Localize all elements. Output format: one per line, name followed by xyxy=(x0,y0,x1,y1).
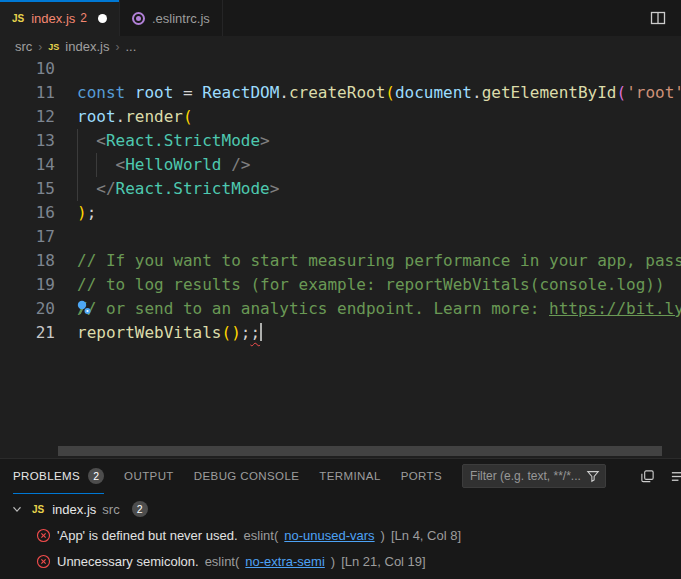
panel-tab-terminal[interactable]: TERMINAL xyxy=(319,460,380,492)
line-number[interactable]: 20 xyxy=(0,297,55,321)
panel-tab-problems[interactable]: PROBLEMS 2 xyxy=(13,458,104,494)
horizontal-scrollbar[interactable] xyxy=(58,446,662,456)
eslint-file-icon xyxy=(132,12,145,25)
panel-tab-ports[interactable]: PORTS xyxy=(401,460,442,492)
code-line[interactable]: 18// If you want to start measuring perf… xyxy=(0,249,681,273)
problem-row[interactable]: 'App' is defined but never used. eslint(… xyxy=(0,522,681,548)
code-text: <React.StrictMode> xyxy=(77,129,270,153)
code-token: root xyxy=(77,107,116,126)
line-number[interactable]: 15 xyxy=(0,177,55,201)
problem-source-close: ) xyxy=(381,528,385,543)
code-token: document xyxy=(395,83,472,102)
problem-row[interactable]: Unnecessary semicolon. eslint(no-extra-s… xyxy=(0,548,681,574)
chevron-down-icon[interactable] xyxy=(10,502,24,516)
code-editor[interactable]: 1011const root = ReactDOM.createRoot(doc… xyxy=(0,57,681,458)
code-text: reportWebVitals();; xyxy=(77,321,262,345)
code-token: 'root' xyxy=(626,83,681,102)
code-line[interactable]: 11const root = ReactDOM.createRoot(docum… xyxy=(0,81,681,105)
code-token: < xyxy=(96,131,106,150)
problems-count-badge: 2 xyxy=(88,468,104,484)
code-line[interactable]: 16); xyxy=(0,201,681,225)
code-token: React.StrictMode xyxy=(106,131,260,150)
code-token: getElementById xyxy=(482,83,617,102)
problem-source: eslint( xyxy=(205,554,240,569)
code-line[interactable]: 19// to log results (for example: report… xyxy=(0,273,681,297)
line-number[interactable]: 18 xyxy=(0,249,55,273)
line-number[interactable]: 14 xyxy=(0,153,55,177)
line-number[interactable]: 13 xyxy=(0,129,55,153)
copy-icon[interactable] xyxy=(636,465,658,487)
code-token: ; xyxy=(87,203,97,222)
problems-file-group[interactable]: JS index.js src 2 xyxy=(0,496,681,522)
code-token: ( xyxy=(616,83,626,102)
menu-lines-icon[interactable] xyxy=(666,465,681,487)
code-text: <HelloWorld /> xyxy=(77,153,250,177)
code-token: ReactDOM xyxy=(202,83,279,102)
code-line[interactable]: 12root.render( xyxy=(0,105,681,129)
tab-eslintrc-js[interactable]: .eslintrc.js xyxy=(120,0,223,36)
code-token: < xyxy=(116,155,126,174)
problem-location: [Ln 4, Col 8] xyxy=(391,528,461,543)
code-text: // If you want to start measuring perfor… xyxy=(77,249,681,273)
code-token: . xyxy=(472,83,482,102)
problem-location: [Ln 21, Col 19] xyxy=(341,554,426,569)
line-number[interactable]: 11 xyxy=(0,81,55,105)
split-editor-icon[interactable] xyxy=(647,7,669,29)
line-number[interactable]: 16 xyxy=(0,201,55,225)
problem-rule-link[interactable]: no-extra-semi xyxy=(245,554,324,569)
code-line[interactable]: 15 </React.StrictMode> xyxy=(0,177,681,201)
indent-guide xyxy=(96,153,97,177)
line-number[interactable]: 12 xyxy=(0,105,55,129)
problem-message: Unnecessary semicolon. xyxy=(57,554,199,569)
problem-source-close: ) xyxy=(331,554,335,569)
code-token: . xyxy=(116,107,126,126)
code-line[interactable]: 14 <HelloWorld /> xyxy=(0,153,681,177)
panel-tab-debug-console[interactable]: DEBUG CONSOLE xyxy=(194,460,300,492)
problems-list: JS index.js src 2 'App' is defined but n… xyxy=(0,493,681,574)
js-file-icon: JS xyxy=(12,13,24,24)
code-text: </React.StrictMode> xyxy=(77,177,279,201)
panel-tab-bar: PROBLEMS 2 OUTPUT DEBUG CONSOLE TERMINAL… xyxy=(0,459,681,493)
code-line[interactable]: 17 xyxy=(0,225,681,249)
line-number[interactable]: 17 xyxy=(0,225,55,249)
code-text: root.render( xyxy=(77,105,193,129)
tab-index-js[interactable]: JS index.js 2 xyxy=(0,0,120,36)
code-token: https://bit.ly xyxy=(549,299,681,318)
line-number[interactable]: 21 xyxy=(0,321,55,345)
code-token xyxy=(77,131,96,150)
indent-guide xyxy=(77,129,78,153)
panel-tab-output[interactable]: OUTPUT xyxy=(124,460,174,492)
indent-guide xyxy=(77,177,78,201)
error-circle-icon xyxy=(36,528,51,543)
panel-tab-label: TERMINAL xyxy=(319,470,380,482)
line-number[interactable]: 10 xyxy=(0,57,55,81)
filter-funnel-icon xyxy=(586,469,600,483)
code-text: // or send to an analytics endpoint. Lea… xyxy=(77,297,681,321)
problems-filter-input[interactable] xyxy=(470,469,582,483)
code-token xyxy=(77,179,96,198)
code-line[interactable]: 10 xyxy=(0,57,681,81)
code-action-sparkle-icon[interactable] xyxy=(75,299,93,317)
code-token: // or send to an analytics endpoint. Lea… xyxy=(77,299,549,318)
code-token: render xyxy=(125,107,183,126)
panel-actions xyxy=(636,465,681,487)
code-token: root xyxy=(135,83,174,102)
breadcrumb-item-file[interactable]: index.js xyxy=(65,39,109,54)
code-line[interactable]: 20// or send to an analytics endpoint. L… xyxy=(0,297,681,321)
code-line[interactable]: 21reportWebVitals();; xyxy=(0,321,681,345)
code-token: // to log results (for example: reportWe… xyxy=(77,275,665,294)
modified-dot-icon[interactable] xyxy=(98,14,107,23)
breadcrumb-item-symbol[interactable]: ... xyxy=(125,39,136,54)
code-line[interactable]: 13 <React.StrictMode> xyxy=(0,129,681,153)
problems-file-count-badge: 2 xyxy=(132,501,148,517)
problem-rule-link[interactable]: no-unused-vars xyxy=(284,528,374,543)
breadcrumb-item-src[interactable]: src xyxy=(15,39,32,54)
problems-filter-box[interactable] xyxy=(462,464,606,488)
problems-file-path: src xyxy=(102,502,119,517)
line-number[interactable]: 19 xyxy=(0,273,55,297)
js-file-icon: JS xyxy=(48,42,59,52)
breadcrumb: src › JS index.js › ... xyxy=(0,36,681,57)
code-token: React.StrictMode xyxy=(116,179,270,198)
js-file-icon: JS xyxy=(32,504,44,515)
problems-file-name: index.js xyxy=(52,502,96,517)
